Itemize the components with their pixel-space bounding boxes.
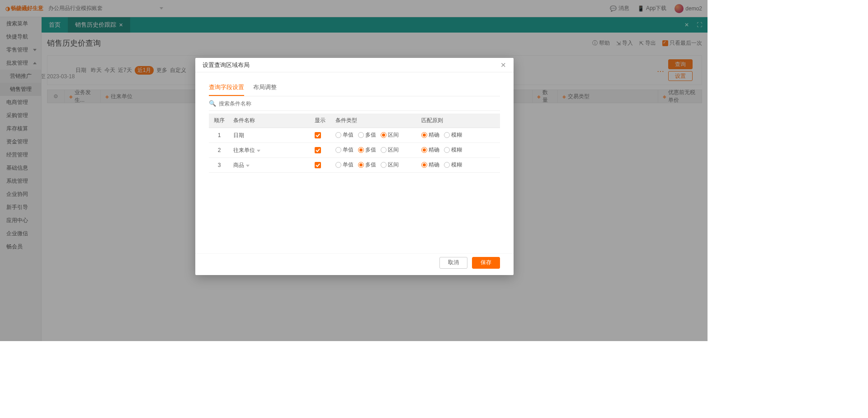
conditions-table: 顺序 条件名称 显示 条件类型 匹配原则 1日期单值多值区间精确模糊2往来单位单… [209,114,500,173]
radio-match[interactable]: 精确 [421,146,439,154]
search-icon: 🔍 [209,100,216,107]
radio-label: 模糊 [451,161,462,169]
save-button[interactable]: 保存 [472,257,500,269]
radio-type[interactable]: 单值 [335,146,354,154]
cancel-button[interactable]: 取消 [439,257,467,269]
chevron-down-icon [246,165,250,167]
row-type-group: 单值多值区间 [332,158,418,173]
radio-type[interactable]: 多值 [358,161,376,169]
checkbox-icon [315,147,321,153]
radio-icon [335,147,341,153]
radio-icon [335,162,341,168]
radio-label: 精确 [429,161,439,169]
row-name[interactable]: 商品 [230,158,311,173]
radio-label: 区间 [388,131,399,139]
radio-type[interactable]: 多值 [358,146,376,154]
radio-icon [444,147,450,153]
row-name: 日期 [230,128,311,143]
radio-match[interactable]: 精确 [421,161,439,169]
condition-row: 1日期单值多值区间精确模糊 [209,128,500,143]
th-match: 匹配原则 [418,114,500,128]
radio-icon [444,162,450,168]
row-type-group: 单值多值区间 [332,143,418,158]
radio-label: 单值 [343,131,354,139]
th-name: 条件名称 [230,114,311,128]
radio-match[interactable]: 模糊 [444,161,462,169]
th-show: 显示 [311,114,332,128]
search-input[interactable] [219,100,309,107]
modal-footer: 取消 保存 [195,253,514,275]
radio-type[interactable]: 区间 [381,131,399,139]
radio-type[interactable]: 区间 [381,161,399,169]
row-match-group: 精确模糊 [418,143,500,158]
row-match-group: 精确模糊 [418,128,500,143]
modal-title: 设置查询区域布局 [203,61,250,69]
radio-label: 多值 [365,131,376,139]
row-show[interactable] [311,128,332,143]
radio-label: 多值 [365,161,376,169]
radio-match[interactable]: 模糊 [444,131,462,139]
modal-tabs: 查询字段设置 布局调整 [209,80,500,96]
row-name[interactable]: 往来单位 [230,143,311,158]
th-seq: 顺序 [209,114,230,128]
radio-label: 模糊 [451,131,462,139]
radio-icon [421,162,427,168]
radio-icon [421,147,427,153]
row-seq: 1 [209,128,230,143]
radio-icon [358,162,364,168]
modal-close-icon[interactable]: ✕ [500,61,506,69]
row-show[interactable] [311,158,332,173]
chevron-down-icon [257,150,260,152]
radio-label: 精确 [429,131,439,139]
radio-label: 区间 [388,146,399,154]
radio-type[interactable]: 单值 [335,161,354,169]
radio-icon [358,147,364,153]
condition-row: 2往来单位单值多值区间精确模糊 [209,143,500,158]
row-match-group: 精确模糊 [418,158,500,173]
condition-row: 3商品单值多值区间精确模糊 [209,158,500,173]
radio-icon [358,132,364,138]
modal-tab-layout[interactable]: 布局调整 [253,80,277,96]
row-seq: 3 [209,158,230,173]
radio-type[interactable]: 区间 [381,146,399,154]
modal-tab-fields[interactable]: 查询字段设置 [209,80,244,96]
radio-label: 单值 [343,161,354,169]
checkbox-icon [315,132,321,138]
radio-type[interactable]: 多值 [358,131,376,139]
checkbox-icon [315,162,321,168]
radio-label: 区间 [388,161,399,169]
radio-label: 精确 [429,146,439,154]
settings-modal: 设置查询区域布局 ✕ 查询字段设置 布局调整 🔍 顺序 条件名称 显示 条件类型… [195,58,514,275]
condition-search: 🔍 [209,96,500,111]
radio-label: 模糊 [451,146,462,154]
radio-type[interactable]: 单值 [335,131,354,139]
row-seq: 2 [209,143,230,158]
radio-match[interactable]: 模糊 [444,146,462,154]
row-type-group: 单值多值区间 [332,128,418,143]
modal-body: 查询字段设置 布局调整 🔍 顺序 条件名称 显示 条件类型 匹配原则 1日期单值… [195,72,514,253]
radio-match[interactable]: 精确 [421,131,439,139]
row-show[interactable] [311,143,332,158]
radio-icon [444,132,450,138]
th-type: 条件类型 [332,114,418,128]
modal-header: 设置查询区域布局 ✕ [195,58,514,72]
radio-icon [335,132,341,138]
radio-label: 多值 [365,146,376,154]
radio-icon [381,132,387,138]
radio-icon [421,132,427,138]
radio-label: 单值 [343,146,354,154]
radio-icon [381,147,387,153]
radio-icon [381,162,387,168]
